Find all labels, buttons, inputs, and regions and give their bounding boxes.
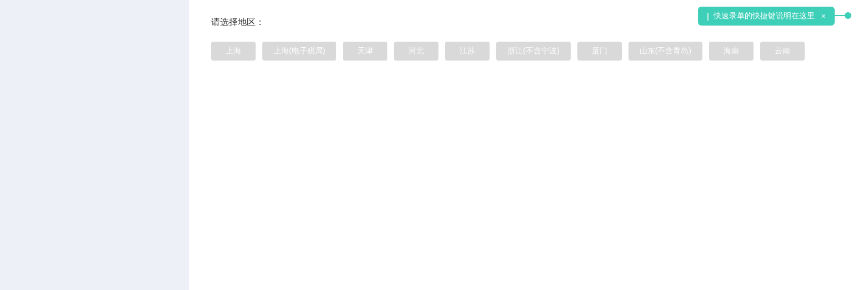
tooltip-text: 快速录单的快捷键说明在这里: [714, 11, 815, 21]
region-button-hebei[interactable]: 河北: [394, 42, 438, 61]
region-button-tianjin[interactable]: 天津: [343, 42, 387, 61]
region-button-hainan[interactable]: 海南: [709, 42, 754, 61]
main-content: 请选择地区： 上海上海(电子税局)天津河北江苏浙江(不含宁波)厦门山东(不含青岛…: [189, 0, 868, 290]
tooltip-connector-line: [835, 15, 845, 16]
tooltip-connector-dot: [845, 12, 851, 19]
region-button-xiamen[interactable]: 厦门: [577, 42, 622, 61]
region-button-yunnan[interactable]: 云南: [760, 42, 805, 61]
region-button-shandong[interactable]: 山东(不含青岛): [628, 42, 702, 61]
region-button-zhejiang[interactable]: 浙江(不含宁波): [496, 42, 570, 61]
tooltip-banner: 快速录单的快捷键说明在这里 ×: [698, 7, 835, 26]
sidebar: [0, 0, 189, 290]
region-buttons-container: 上海上海(电子税局)天津河北江苏浙江(不含宁波)厦门山东(不含青岛)海南云南: [211, 42, 846, 61]
region-button-shanghai-etax[interactable]: 上海(电子税局): [262, 42, 336, 61]
region-button-shanghai[interactable]: 上海: [211, 42, 256, 61]
tooltip-close-button[interactable]: ×: [821, 12, 826, 21]
region-button-jiangsu[interactable]: 江苏: [445, 42, 490, 61]
